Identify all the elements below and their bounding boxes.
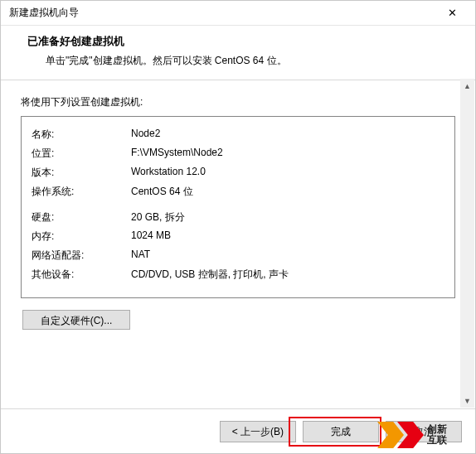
page-subtext: 单击"完成"创建虚拟机。然后可以安装 CentOS 64 位。 <box>46 54 459 68</box>
table-row: 网络适配器: NAT <box>32 246 444 265</box>
setting-value: CentOS 64 位 <box>131 182 444 201</box>
setting-value: Workstation 12.0 <box>131 163 444 182</box>
close-icon: ✕ <box>448 7 457 19</box>
wizard-footer: < 上一步(B) 完成 取消 创新 互联 <box>1 408 475 453</box>
wizard-header: 已准备好创建虚拟机 单击"完成"创建虚拟机。然后可以安装 CentOS 64 位… <box>1 26 475 80</box>
cancel-button[interactable]: 取消 <box>386 421 462 442</box>
scroll-up-icon: ▲ <box>460 79 474 93</box>
setting-label: 版本: <box>32 163 131 182</box>
setting-label: 名称: <box>32 125 131 144</box>
setting-label: 网络适配器: <box>32 246 131 265</box>
setting-value: 20 GB, 拆分 <box>131 208 444 227</box>
customize-hardware-button[interactable]: 自定义硬件(C)... <box>22 310 130 330</box>
setting-value: CD/DVD, USB 控制器, 打印机, 声卡 <box>131 265 444 284</box>
settings-intro: 将使用下列设置创建虚拟机: <box>21 95 455 109</box>
setting-value: Node2 <box>131 125 444 144</box>
table-row: 版本: Workstation 12.0 <box>32 163 444 182</box>
table-row: 名称: Node2 <box>32 125 444 144</box>
table-spacer <box>32 201 444 208</box>
setting-value: F:\VMSystem\Node2 <box>131 144 444 163</box>
window-title: 新建虚拟机向导 <box>9 6 79 20</box>
scroll-down-icon: ▼ <box>460 394 474 408</box>
customize-row: 自定义硬件(C)... <box>21 310 455 330</box>
setting-label: 硬盘: <box>32 208 131 227</box>
table-row: 内存: 1024 MB <box>32 227 444 246</box>
settings-table: 名称: Node2 位置: F:\VMSystem\Node2 版本: Work… <box>32 125 444 284</box>
finish-button[interactable]: 完成 <box>303 421 379 442</box>
setting-label: 内存: <box>32 227 131 246</box>
setting-label: 其他设备: <box>32 265 131 284</box>
vertical-scrollbar[interactable]: ▲ ▼ <box>460 79 474 408</box>
table-row: 位置: F:\VMSystem\Node2 <box>32 144 444 163</box>
setting-label: 位置: <box>32 144 131 163</box>
table-row: 操作系统: CentOS 64 位 <box>32 182 444 201</box>
close-button[interactable]: ✕ <box>435 2 469 25</box>
back-button[interactable]: < 上一步(B) <box>220 421 296 442</box>
page-heading: 已准备好创建虚拟机 <box>27 34 459 49</box>
settings-summary-box: 名称: Node2 位置: F:\VMSystem\Node2 版本: Work… <box>21 116 455 298</box>
table-row: 硬盘: 20 GB, 拆分 <box>32 208 444 227</box>
setting-label: 操作系统: <box>32 182 131 201</box>
setting-value: 1024 MB <box>131 227 444 246</box>
wizard-body: 将使用下列设置创建虚拟机: 名称: Node2 位置: F:\VMSystem\… <box>1 80 475 408</box>
titlebar: 新建虚拟机向导 ✕ <box>1 1 475 26</box>
setting-value: NAT <box>131 246 444 265</box>
table-row: 其他设备: CD/DVD, USB 控制器, 打印机, 声卡 <box>32 265 444 284</box>
wizard-window: 新建虚拟机向导 ✕ 已准备好创建虚拟机 单击"完成"创建虚拟机。然后可以安装 C… <box>0 0 476 454</box>
